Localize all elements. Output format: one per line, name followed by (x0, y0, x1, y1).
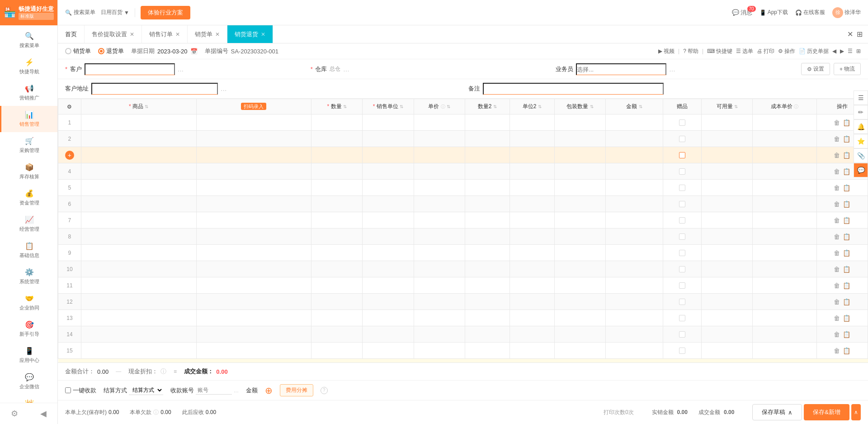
salesman-input[interactable] (576, 63, 666, 75)
save-new-button[interactable]: 保存&新增 (804, 404, 849, 420)
daily-goods-selector[interactable]: 日用百货 ▼ (101, 9, 129, 16)
gift-checkbox[interactable] (679, 119, 685, 126)
select-action[interactable]: ☰ 选单 (736, 48, 753, 55)
delete-icon[interactable]: 🗑 (834, 119, 840, 126)
delete-icon[interactable]: 🗑 (834, 298, 840, 305)
sidebar-item-member[interactable]: 👑 畅会员 (0, 395, 57, 403)
tab-close-icon[interactable]: ✕ (261, 31, 265, 38)
warehouse-select-icon[interactable]: ... (343, 65, 349, 73)
address-select-icon[interactable]: ... (221, 85, 226, 93)
amount-cell[interactable] (605, 114, 663, 131)
sidebar-item-basic[interactable]: 📋 基础信息 (0, 237, 57, 263)
sidebar-item-newbie[interactable]: 🎯 新手引导 (0, 316, 57, 342)
delete-icon[interactable]: 🗑 (834, 135, 840, 143)
sort-pkg-icon[interactable]: ⇅ (590, 104, 594, 109)
discount-help-icon[interactable]: ⓘ (160, 367, 166, 376)
gift-checkbox[interactable] (679, 315, 685, 321)
save-dropdown-button[interactable]: ∧ (851, 404, 861, 420)
right-btn-2[interactable]: ✏ (854, 105, 868, 119)
help-action[interactable]: ? 帮助 (683, 48, 698, 55)
add-row-button[interactable]: + (65, 151, 74, 160)
th-barcode[interactable]: 扫码录入 (196, 99, 311, 114)
copy-icon[interactable]: 📋 (843, 152, 850, 159)
gift-checkbox[interactable] (679, 233, 685, 240)
unit2-cell[interactable] (509, 131, 554, 147)
copy-icon[interactable]: 📋 (843, 282, 850, 289)
gift-checkbox[interactable] (679, 348, 685, 354)
tab-home[interactable]: 首页 (58, 25, 85, 43)
price-help-icon[interactable]: ⓘ (441, 104, 445, 109)
gift-checkbox[interactable] (679, 331, 685, 338)
expense-help-icon[interactable]: ? (321, 387, 328, 394)
copy-icon[interactable]: 📋 (843, 298, 850, 305)
sort-avail-icon[interactable]: ⇅ (734, 104, 738, 109)
delete-icon[interactable]: 🗑 (834, 168, 840, 175)
sidebar-collapse-icon[interactable]: ◀ (40, 409, 47, 419)
tab-close-icon[interactable]: ✕ (130, 31, 134, 38)
sidebar-item-quicknav[interactable]: ⚡ 快捷导航 (0, 53, 57, 80)
sidebar-settings-icon[interactable]: ⚙ (11, 409, 18, 419)
pkg-qty-cell-active[interactable] (554, 147, 605, 163)
tab-close-icon[interactable]: ✕ (175, 31, 180, 38)
gift-checkbox[interactable] (679, 217, 685, 224)
delete-icon[interactable]: 🗑 (834, 282, 840, 289)
delete-icon[interactable]: 🗑 (834, 266, 840, 273)
pkg-qty-cell[interactable] (554, 114, 605, 131)
online-service-button[interactable]: 🎧 在线客服 (795, 9, 825, 16)
customer-select-icon[interactable]: ... (178, 65, 184, 73)
sort-qty-icon[interactable]: ⇅ (343, 104, 347, 109)
qty2-cell-active[interactable] (465, 147, 509, 163)
copy-icon[interactable]: 📋 (843, 314, 850, 322)
message-button[interactable]: 💬 消息 70 (732, 9, 752, 17)
logistics-button[interactable]: + 物流 (834, 63, 861, 75)
sidebar-item-search[interactable]: 🔍 搜索菜单 (0, 27, 57, 53)
sort-product-icon[interactable]: ⇅ (145, 104, 148, 109)
tab-sale-price[interactable]: 售价提取设置 ✕ (85, 25, 142, 43)
qty-cell[interactable] (311, 114, 363, 131)
copy-icon[interactable]: 📋 (843, 119, 850, 126)
copy-icon[interactable]: 📋 (843, 217, 850, 224)
sidebar-item-finance[interactable]: 💰 资金管理 (0, 185, 57, 211)
operate-action[interactable]: ⚙ 操作 (778, 48, 795, 55)
product-input[interactable] (84, 152, 193, 158)
right-btn-3[interactable]: 🔔 (854, 119, 868, 134)
one-click-payment-checkbox[interactable]: 一键收款 (65, 386, 96, 395)
experience-button[interactable]: 体验行业方案 (141, 6, 190, 19)
qty-cell[interactable] (311, 131, 363, 147)
calendar-icon[interactable]: 📅 (190, 48, 198, 55)
sort-price-icon[interactable]: ⇅ (447, 104, 450, 109)
close-tab-icon[interactable]: ✕ (847, 30, 853, 38)
copy-icon[interactable]: 📋 (843, 184, 850, 191)
delete-icon[interactable]: 🗑 (834, 233, 840, 240)
delete-icon[interactable]: 🗑 (834, 249, 840, 257)
qty-cell-active[interactable] (311, 147, 363, 163)
gift-checkbox-active[interactable] (679, 152, 685, 158)
tab-sale-order[interactable]: 销售订单 ✕ (142, 25, 188, 43)
product-cell[interactable] (81, 114, 196, 131)
radio-return-goods[interactable]: 退货单 (98, 47, 124, 55)
sort-unit-icon[interactable]: ⇅ (400, 104, 403, 109)
price-cell-active[interactable] (414, 147, 465, 163)
unit2-cell[interactable] (509, 114, 554, 131)
unit-cell[interactable] (363, 131, 414, 147)
sidebar-item-inventory[interactable]: 📦 库存核算 (0, 158, 57, 185)
sort-unit2-icon[interactable]: ⇅ (538, 104, 542, 109)
payment-method-select[interactable]: 结算方式 (129, 386, 163, 395)
amount-cell-active[interactable] (605, 147, 663, 163)
sidebar-item-sales[interactable]: 📊 销售管理 (0, 106, 57, 132)
price-cell[interactable] (414, 114, 465, 131)
gift-checkbox[interactable] (679, 136, 685, 142)
copy-icon[interactable]: 📋 (843, 249, 850, 257)
sidebar-item-purchase[interactable]: 🛒 采购管理 (0, 132, 57, 158)
add-payment-button[interactable]: ⊕ (265, 385, 273, 396)
video-action[interactable]: ▶ 视频 (658, 48, 675, 55)
copy-icon[interactable]: 📋 (843, 233, 850, 240)
sidebar-item-system[interactable]: ⚙️ 系统管理 (0, 263, 57, 290)
account-select-icon[interactable]: ... (234, 387, 239, 394)
delete-icon[interactable]: 🗑 (834, 152, 840, 159)
prev-doc-icon[interactable]: ◀ (832, 48, 836, 54)
address-input[interactable] (91, 83, 218, 95)
tab-close-icon[interactable]: ✕ (215, 31, 220, 38)
copy-icon[interactable]: 📋 (843, 266, 850, 273)
delete-icon[interactable]: 🗑 (834, 347, 840, 354)
